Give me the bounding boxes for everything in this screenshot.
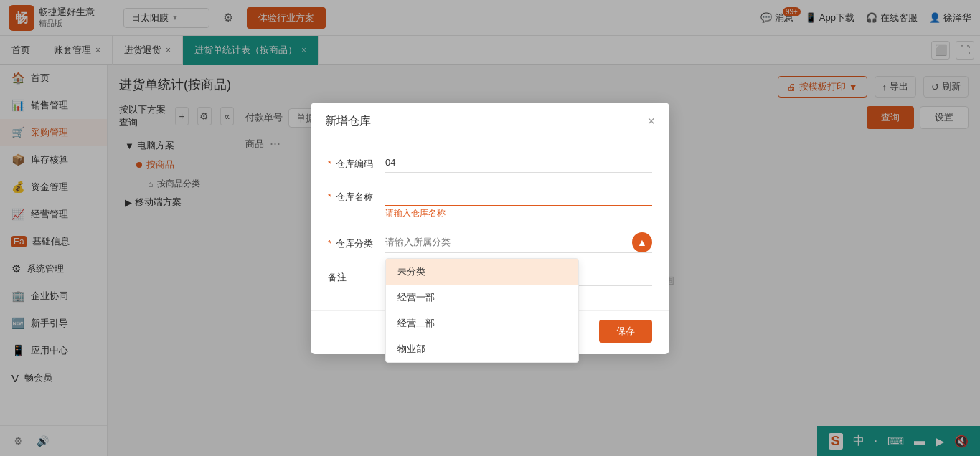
code-field: * 仓库编码	[328, 153, 652, 173]
category-toggle-button[interactable]: ▲	[632, 232, 652, 252]
dropdown-item-ops1[interactable]: 经营一部	[386, 285, 578, 310]
category-dropdown: 未分类 经营一部 经营二部 物业部	[385, 258, 579, 363]
required-star-code: *	[328, 158, 331, 169]
category-label: * 仓库分类	[328, 232, 385, 250]
remark-label: 备注	[328, 266, 385, 284]
add-warehouse-dialog: 新增仓库 × * 仓库编码 * 仓库名称 请输入仓库名称	[311, 103, 669, 354]
category-input-area: ▲ 未分类 经营一部 经营二部 物业部	[385, 232, 652, 253]
dialog-title: 新增仓库	[325, 114, 371, 129]
dialog-body: * 仓库编码 * 仓库名称 请输入仓库名称 *	[311, 138, 669, 310]
code-input[interactable]	[385, 153, 652, 173]
category-input-wrap: ▲	[385, 232, 652, 253]
dropdown-item-property[interactable]: 物业部	[386, 336, 578, 362]
modal-overlay[interactable]: 新增仓库 × * 仓库编码 * 仓库名称 请输入仓库名称	[0, 0, 980, 456]
name-error-message: 请输入仓库名称	[385, 207, 652, 219]
code-label: * 仓库编码	[328, 153, 385, 171]
dialog-close-button[interactable]: ×	[647, 115, 655, 128]
required-star-category: *	[328, 238, 331, 249]
required-star-name: *	[328, 191, 331, 202]
dropdown-item-uncategorized[interactable]: 未分类	[386, 259, 578, 285]
dropdown-item-ops2[interactable]: 经营二部	[386, 310, 578, 336]
category-field: * 仓库分类 ▲ 未分类 经营一部 经营二部 物业部	[328, 232, 652, 253]
dialog-header: 新增仓库 ×	[311, 103, 669, 138]
name-label: * 仓库名称	[328, 186, 385, 204]
name-field: * 仓库名称 请输入仓库名称	[328, 186, 652, 219]
category-input[interactable]	[385, 232, 632, 252]
save-button[interactable]: 保存	[599, 320, 652, 343]
name-input[interactable]	[385, 186, 652, 206]
